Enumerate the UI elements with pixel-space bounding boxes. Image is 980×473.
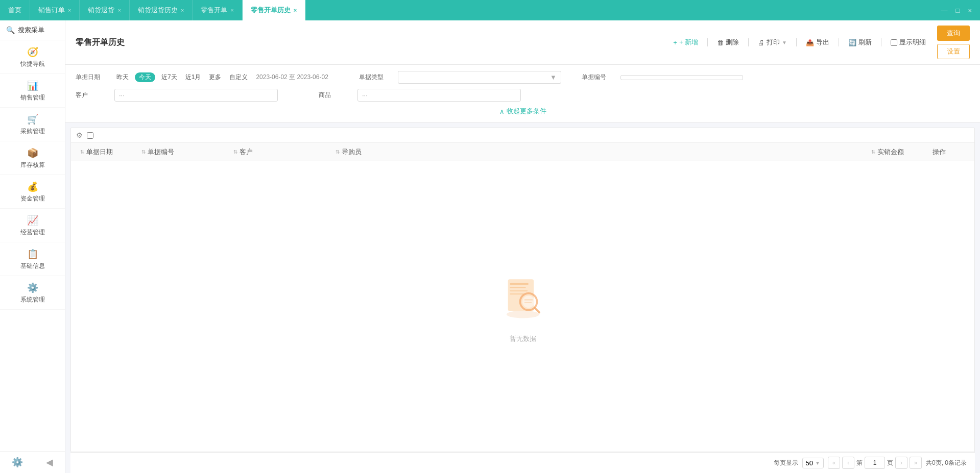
- tab-home[interactable]: 首页: [0, 0, 30, 20]
- close-tab-sales-return-history[interactable]: ×: [181, 7, 184, 13]
- close-window-btn[interactable]: ×: [968, 7, 972, 14]
- svg-rect-4: [510, 290, 528, 291]
- svg-point-0: [506, 310, 539, 318]
- top-tabbar: 首页 销售订单 × 销货退货 × 销货退货历史 × 零售开单 × 零售开单历史 …: [0, 0, 980, 20]
- date-btn-custom[interactable]: 自定义: [227, 72, 250, 82]
- product-label: 商品: [319, 91, 347, 99]
- sidebar-item-finance[interactable]: 💰 资金管理: [0, 175, 65, 209]
- product-input[interactable]: ···: [357, 89, 521, 102]
- divider-1: [707, 38, 708, 46]
- refresh-button[interactable]: 🔄 刷新: [848, 38, 872, 47]
- sidebar-item-purchase-mgmt[interactable]: 🛒 采购管理: [0, 108, 65, 141]
- export-icon: 📤: [806, 39, 814, 46]
- table-header: ⇅ 单据日期 ⇅ 单据编号 ⇅ 客户 ⇅ 导购员 ⇅ 实销金额: [71, 143, 974, 161]
- page-size-label: 每页显示: [774, 459, 798, 467]
- date-btn-yesterday[interactable]: 昨天: [114, 72, 131, 82]
- sidebar-search[interactable]: 🔍 搜索采单: [0, 20, 65, 40]
- next-page-btn[interactable]: ›: [895, 457, 907, 469]
- tab-retail-open[interactable]: 零售开单 ×: [193, 0, 242, 20]
- sort-icon-guide: ⇅: [336, 149, 340, 155]
- date-btn-more[interactable]: 更多: [207, 72, 223, 82]
- svg-rect-5: [510, 293, 524, 294]
- sidebar-item-base-info[interactable]: 📋 基础信息: [0, 242, 65, 276]
- show-detail-checkbox[interactable]: 显示明细: [891, 38, 926, 47]
- page-actions: + + 新增 🗑 删除 🖨 打印 ▼ 📤 导出: [673, 26, 970, 59]
- prev-page-btn[interactable]: ‹: [842, 457, 854, 469]
- page-number-input[interactable]: [865, 457, 885, 469]
- select-all-checkbox[interactable]: [87, 132, 93, 139]
- filter-row-2: 客户 ··· 商品 ···: [76, 89, 970, 102]
- settings-gear-icon[interactable]: ⚙️: [12, 457, 23, 468]
- sidebar-bottom: ⚙️ ◀: [0, 451, 65, 473]
- page-total: 共0页, 0条记录: [926, 459, 967, 467]
- collapse-sidebar-icon[interactable]: ◀: [46, 457, 53, 468]
- customer-input[interactable]: ···: [114, 89, 278, 102]
- add-button[interactable]: + + 新增: [673, 38, 698, 47]
- divider-5: [881, 38, 881, 46]
- svg-point-7: [522, 295, 535, 308]
- th-guide[interactable]: ⇅ 导购员: [331, 147, 393, 157]
- divider-2: [748, 38, 749, 46]
- th-action: 操作: [928, 147, 969, 157]
- sort-icon-date: ⇅: [80, 149, 84, 155]
- restore-btn[interactable]: □: [956, 7, 960, 14]
- order-num-input[interactable]: [620, 75, 743, 80]
- table-settings-icon[interactable]: ⚙: [76, 131, 83, 139]
- finance-icon: 💰: [27, 181, 38, 192]
- main-layout: 🔍 搜索采单 🧭 快捷导航 📊 销售管理 🛒 采购管理 📦 库存核算 💰 资金管…: [0, 20, 980, 473]
- minimize-btn[interactable]: —: [941, 7, 948, 14]
- delete-icon: 🗑: [717, 39, 724, 46]
- system-icon: ⚙️: [27, 282, 38, 293]
- date-btn-7days[interactable]: 近7天: [159, 72, 179, 82]
- order-type-label: 单据类型: [359, 73, 388, 82]
- sidebar-item-operation[interactable]: 📈 经营管理: [0, 209, 65, 242]
- date-btn-1month[interactable]: 近1月: [183, 72, 203, 82]
- show-detail-input[interactable]: [891, 39, 897, 46]
- order-num-label: 单据编号: [582, 73, 610, 82]
- table-toolbar: ⚙: [71, 128, 974, 143]
- sidebar-item-sales-mgmt[interactable]: 📊 销售管理: [0, 74, 65, 108]
- first-page-btn[interactable]: «: [828, 457, 840, 469]
- window-controls: — □ ×: [941, 7, 980, 14]
- print-button[interactable]: 🖨 打印 ▼: [758, 38, 787, 47]
- order-type-select[interactable]: ▼: [398, 71, 561, 84]
- delete-button[interactable]: 🗑 删除: [717, 38, 739, 47]
- refresh-icon: 🔄: [848, 39, 856, 46]
- customer-label: 客户: [76, 91, 104, 99]
- last-page-btn[interactable]: »: [910, 457, 922, 469]
- sidebar-item-system[interactable]: ⚙️ 系统管理: [0, 276, 65, 310]
- page-label-pre: 第: [856, 459, 863, 467]
- tab-sales-order[interactable]: 销售订单 ×: [30, 0, 80, 20]
- setting-button[interactable]: 设置: [937, 44, 970, 59]
- sort-icon-amount: ⇅: [871, 149, 875, 155]
- close-tab-retail-open-history[interactable]: ×: [294, 7, 297, 13]
- divider-3: [796, 38, 797, 46]
- tab-retail-open-history[interactable]: 零售开单历史 ×: [243, 0, 305, 20]
- box-icon: 📦: [27, 147, 38, 159]
- sidebar-item-inventory[interactable]: 📦 库存核算: [0, 141, 65, 175]
- close-tab-sales-order[interactable]: ×: [68, 7, 71, 13]
- date-range-display: 2023-06-02 至 2023-06-02: [256, 73, 328, 82]
- operation-icon: 📈: [27, 215, 38, 226]
- sidebar-item-quick-nav[interactable]: 🧭 快捷导航: [0, 40, 65, 74]
- sort-icon-customer: ⇅: [233, 149, 237, 155]
- collapse-filter-btn[interactable]: ∧ 收起更多条件: [492, 107, 554, 116]
- cart-icon: 🛒: [27, 114, 38, 125]
- tab-sales-return[interactable]: 销货退货 ×: [80, 0, 129, 20]
- export-button[interactable]: 📤 导出: [806, 38, 829, 47]
- date-btn-today[interactable]: 今天: [135, 72, 155, 82]
- page-size-select[interactable]: 50 ▼: [802, 458, 824, 468]
- th-num[interactable]: ⇅ 单据编号: [137, 147, 229, 157]
- th-date[interactable]: ⇅ 单据日期: [76, 147, 137, 157]
- close-tab-sales-return[interactable]: ×: [117, 7, 121, 13]
- query-button[interactable]: 查询: [937, 26, 970, 41]
- page-header: 零售开单历史 + + 新增 🗑 删除 🖨 打印 ▼: [65, 20, 980, 65]
- close-tab-retail-open[interactable]: ×: [230, 7, 233, 13]
- th-customer[interactable]: ⇅ 客户: [229, 147, 331, 157]
- tab-sales-return-history[interactable]: 销货退货历史 ×: [130, 0, 193, 20]
- compass-icon: 🧭: [27, 46, 38, 58]
- pagination-area: 每页显示 50 ▼ « ‹ 第 页 › » 共0页, 0条记录: [70, 452, 975, 473]
- empty-state: 暂无数据: [71, 161, 974, 452]
- th-amount[interactable]: ⇅ 实销金额: [867, 147, 928, 157]
- page-label-post: 页: [887, 459, 893, 467]
